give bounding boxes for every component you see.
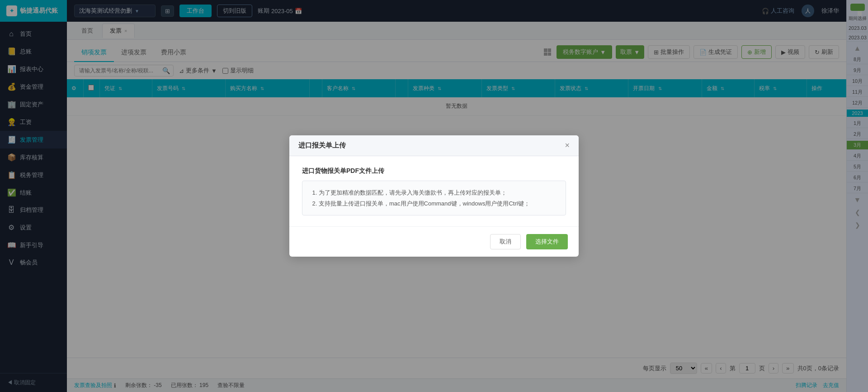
modal-notes: 为了更加精准的数据匹配，请先录入海关缴款书，再上传对应的报关单； 支持批量上传进…	[302, 181, 566, 215]
modal-overlay[interactable]: 进口报关单上传 × 进口货物报关单PDF文件上传 为了更加精准的数据匹配，请先录…	[0, 0, 868, 392]
modal-note-1: 为了更加精准的数据匹配，请先录入海关缴款书，再上传对应的报关单；	[319, 187, 557, 198]
modal-note-2: 支持批量上传进口报关单，mac用户使用Command键，windows用户使用C…	[319, 198, 557, 209]
cancel-button[interactable]: 取消	[490, 234, 521, 249]
modal-footer: 取消 选择文件	[289, 226, 579, 257]
modal-close-button[interactable]: ×	[565, 141, 570, 150]
upload-modal: 进口报关单上传 × 进口货物报关单PDF文件上传 为了更加精准的数据匹配，请先录…	[289, 135, 579, 257]
modal-body: 进口货物报关单PDF文件上传 为了更加精准的数据匹配，请先录入海关缴款书，再上传…	[289, 156, 579, 226]
modal-section-title: 进口货物报关单PDF文件上传	[302, 167, 566, 175]
modal-title: 进口报关单上传	[298, 141, 346, 150]
modal-header: 进口报关单上传 ×	[289, 135, 579, 156]
select-file-button[interactable]: 选择文件	[526, 234, 568, 249]
